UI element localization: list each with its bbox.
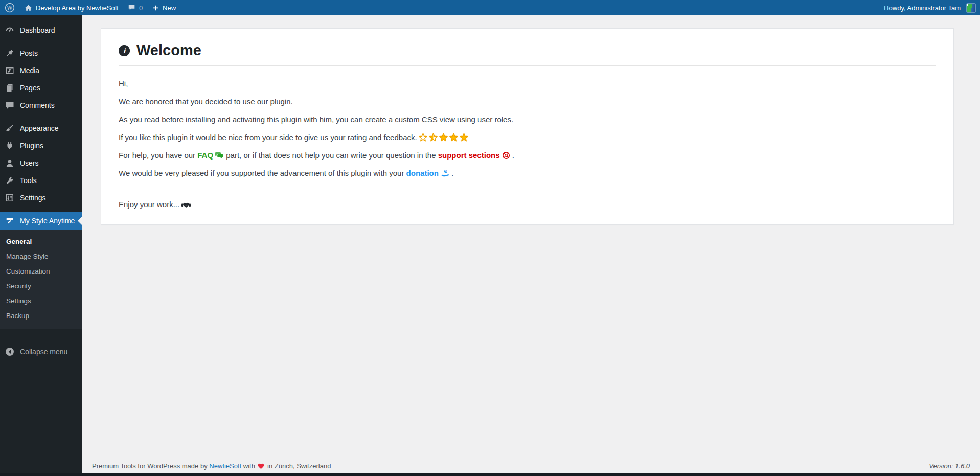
welcome-title: Welcome xyxy=(136,42,201,59)
heading-divider xyxy=(119,65,936,66)
site-name-label: Develop Area by NewfieSoft xyxy=(36,4,119,12)
plug-icon xyxy=(5,141,15,151)
admin-footer: Premium Tools for WordPress made by Newf… xyxy=(92,462,970,470)
submenu-item-general[interactable]: General xyxy=(0,234,82,249)
sidebar-item-label: My Style Anytime xyxy=(20,217,75,225)
version-label: Version: 1.6.0 xyxy=(929,462,970,470)
sidebar-item-appearance[interactable]: Appearance xyxy=(0,120,82,137)
paragraph-read: As you read before installing and activa… xyxy=(119,115,936,124)
comments-icon xyxy=(5,100,15,110)
sidebar-item-label: Dashboard xyxy=(20,26,55,34)
collapse-menu-label: Collapse menu xyxy=(20,348,67,356)
my-style-anytime-submenu: General Manage Style Customization Secur… xyxy=(0,230,82,329)
sidebar-item-plugins[interactable]: Plugins xyxy=(0,137,82,154)
sidebar-item-settings[interactable]: Settings xyxy=(0,189,82,207)
sidebar-item-posts[interactable]: Posts xyxy=(0,44,82,62)
sidebar-item-label: Plugins xyxy=(20,142,43,150)
star-icon[interactable] xyxy=(439,133,448,142)
admin-menu: Dashboard Posts Media xyxy=(0,15,82,361)
footer-text-3: in Zürich, Switzerland xyxy=(265,462,331,470)
paragraph-donate: We would be very pleased if you supporte… xyxy=(119,169,936,178)
newfiesoft-link[interactable]: NewfieSoft xyxy=(209,462,241,470)
admin-bar-right: Howdy, Administrator Tam xyxy=(879,0,980,15)
faq-link[interactable]: FAQ xyxy=(197,151,213,160)
sidebar-item-pages[interactable]: Pages xyxy=(0,79,82,97)
new-label: New xyxy=(163,4,176,12)
sidebar-item-comments[interactable]: Comments xyxy=(0,97,82,114)
menu-separator xyxy=(0,207,82,212)
welcome-panel: i Welcome Hi, We are honored that you de… xyxy=(101,28,954,225)
footer-text-2: with xyxy=(241,462,257,470)
user-icon xyxy=(5,158,15,168)
sidebar-item-label: Settings xyxy=(20,194,46,202)
footer-credit: Premium Tools for WordPress made by Newf… xyxy=(92,462,331,470)
comments-count-badge: 0 xyxy=(139,4,143,12)
paragraph-hi: Hi, xyxy=(119,79,936,88)
active-item-arrow xyxy=(74,217,82,225)
help-text-2: part, or if that does not help you can w… xyxy=(224,151,438,160)
collapse-menu-button[interactable]: Collapse menu xyxy=(0,343,82,361)
submenu-item-customization[interactable]: Customization xyxy=(0,264,82,279)
star-icon[interactable] xyxy=(419,133,427,142)
media-icon xyxy=(5,65,15,76)
admin-sidebar: Dashboard Posts Media xyxy=(0,15,82,473)
donation-link[interactable]: donation xyxy=(406,169,439,177)
help-text-3: . xyxy=(510,151,514,160)
paragraph-honored: We are honored that you decided to use o… xyxy=(119,97,936,106)
paint-roller-icon xyxy=(5,216,15,226)
heart-icon xyxy=(258,463,264,469)
handshake-icon xyxy=(181,201,191,209)
plus-icon xyxy=(152,4,159,12)
wrench-icon xyxy=(5,175,15,186)
footer-text-1: Premium Tools for WordPress made by xyxy=(92,462,209,470)
menu-separator xyxy=(0,39,82,44)
comments-admin-link[interactable]: 0 xyxy=(123,0,147,15)
admin-bar-left: W Develop Area by NewfieSoft 0 New xyxy=(0,0,180,15)
main-content: i Welcome Hi, We are honored that you de… xyxy=(82,15,980,473)
paintbrush-icon xyxy=(5,123,15,133)
sidebar-item-my-style-anytime[interactable]: My Style Anytime xyxy=(0,212,82,230)
sidebar-item-label: Comments xyxy=(20,101,55,109)
info-icon: i xyxy=(119,45,130,56)
admin-bar: W Develop Area by NewfieSoft 0 New xyxy=(0,0,980,15)
sidebar-item-label: Users xyxy=(20,159,39,167)
star-icon[interactable] xyxy=(449,133,458,142)
howdy-label: Howdy, Administrator Tam xyxy=(884,4,961,12)
paragraph-rating: If you like this plugin it would be nice… xyxy=(119,133,936,142)
svg-text:W: W xyxy=(7,5,13,11)
donation-hand-icon: $ xyxy=(441,169,449,177)
help-text-1: For help, you have our xyxy=(119,151,197,160)
support-sections-link[interactable]: support sections xyxy=(438,151,500,160)
submenu-item-security[interactable]: Security xyxy=(0,279,82,293)
pages-icon xyxy=(5,83,15,93)
rating-text: If you like this plugin it would be nice… xyxy=(119,133,417,142)
chat-bubbles-icon xyxy=(215,152,224,160)
pushpin-icon xyxy=(5,48,15,58)
submenu-item-settings[interactable]: Settings xyxy=(0,293,82,308)
sidebar-item-tools[interactable]: Tools xyxy=(0,172,82,189)
my-account-menu[interactable]: Howdy, Administrator Tam xyxy=(879,0,980,15)
wordpress-admin-page: W Develop Area by NewfieSoft 0 New xyxy=(0,0,980,476)
sidebar-item-users[interactable]: Users xyxy=(0,154,82,172)
star-icon[interactable] xyxy=(460,133,468,142)
star-icon[interactable] xyxy=(429,133,438,142)
comment-bubble-icon xyxy=(128,4,136,12)
submenu-item-manage-style[interactable]: Manage Style xyxy=(0,249,82,264)
menu-separator xyxy=(0,114,82,120)
collapse-arrow-icon xyxy=(5,347,15,357)
sidebar-item-label: Media xyxy=(20,66,39,75)
sidebar-item-media[interactable]: Media xyxy=(0,62,82,79)
sidebar-item-dashboard[interactable]: Dashboard xyxy=(0,21,82,39)
paragraph-enjoy: Enjoy your work... xyxy=(119,200,936,209)
site-name-link[interactable]: Develop Area by NewfieSoft xyxy=(19,0,123,15)
paragraph-help: For help, you have our FAQ part, or if t… xyxy=(119,151,936,160)
home-icon xyxy=(24,4,33,12)
submenu-item-backup[interactable]: Backup xyxy=(0,308,82,323)
wordpress-logo-menu[interactable]: W xyxy=(0,0,19,15)
sidebar-item-label: Tools xyxy=(20,176,37,185)
lifebuoy-icon xyxy=(502,151,510,160)
new-content-menu[interactable]: New xyxy=(147,0,180,15)
bottom-edge-strip xyxy=(0,473,980,476)
wordpress-logo-icon: W xyxy=(5,3,15,13)
sidebar-item-label: Appearance xyxy=(20,124,59,132)
